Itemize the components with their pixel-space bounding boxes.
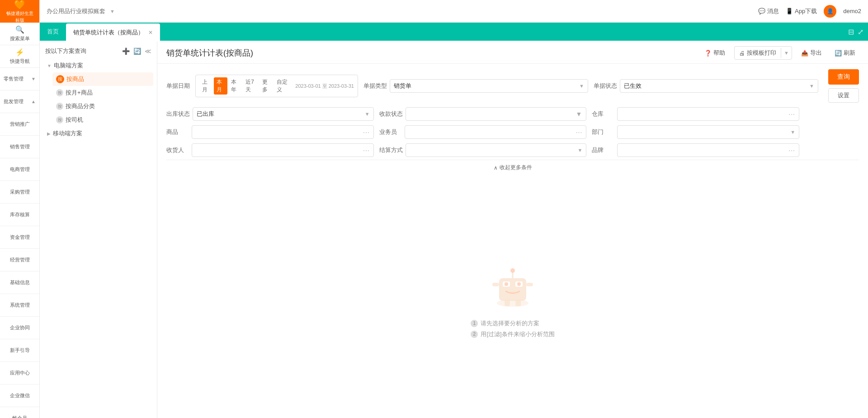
empty-tip-1: 1 请先选择要分析的方案 xyxy=(471,319,554,328)
app-logo[interactable]: 🧡 畅捷通好生意 标版 xyxy=(0,0,39,23)
empty-tips: 1 请先选择要分析的方案 2 用[过滤]条件来缩小分析范围 xyxy=(471,319,554,341)
empty-illustration xyxy=(486,258,540,312)
app-download-btn[interactable]: 📱 App下载 xyxy=(786,7,817,15)
svg-point-4 xyxy=(505,282,508,286)
logo-icon: 🧡 xyxy=(14,0,25,10)
avatar-icon: 👤 xyxy=(827,8,834,14)
tab-maximize-icon[interactable]: ⤢ xyxy=(858,28,863,36)
action-buttons: 查询 设置 xyxy=(824,69,859,103)
tab-sales-stat[interactable]: 销货单统计计表（按商品） ✕ xyxy=(66,24,160,42)
sidebar-item-marketing[interactable]: 营销推广 xyxy=(0,113,39,136)
brand-control[interactable]: ··· xyxy=(617,143,799,157)
dept-control[interactable]: ▼ xyxy=(617,125,799,139)
whstatus-label: 出库状态 xyxy=(166,110,190,118)
salesperson-label: 业务员 xyxy=(379,128,402,136)
doctype-control[interactable]: 销货单 ▼ xyxy=(390,79,588,93)
sidebar-item-base[interactable]: 基础信息 xyxy=(0,271,39,294)
sidebar-wechat-label: 企业微信 xyxy=(10,392,30,399)
home-tab-label: 首页 xyxy=(47,28,59,36)
tree-child-by-month-product[interactable]: 按 按月+商品 xyxy=(52,86,153,100)
date-range-text: 2023-03-01 至 2023-03-31 xyxy=(295,83,354,90)
tree-parent-mobile[interactable]: ▶ 移动端方案 xyxy=(43,127,153,140)
docstatus-control[interactable]: 已生效 ▼ xyxy=(620,79,818,93)
receiver-control[interactable]: ··· xyxy=(192,143,374,157)
by-month-product-label: 按月+商品 xyxy=(66,89,93,97)
date-tab-last-month[interactable]: 上月 xyxy=(199,77,213,95)
empty-tip-2: 2 用[过滤]条件来缩小分析范围 xyxy=(471,330,554,338)
brand-label: 品牌 xyxy=(592,146,614,154)
template-print-main[interactable]: 🖨 按模板打印 xyxy=(735,47,781,59)
sidebar-item-operation[interactable]: 经营管理 xyxy=(0,249,39,271)
warehouse-label: 仓库 xyxy=(592,110,614,118)
tab-close-icon[interactable]: ✕ xyxy=(148,29,153,36)
goods-control[interactable]: ··· xyxy=(192,125,374,139)
date-tab-this-year[interactable]: 本年 xyxy=(228,77,242,95)
tab-minimize-icon[interactable]: ⊟ xyxy=(848,28,854,36)
add-scheme-icon[interactable]: ➕ xyxy=(122,48,130,55)
sidebar-item-newuser[interactable]: 新手引导 xyxy=(0,339,39,362)
sidebar-ecommerce-label: 电商管理 xyxy=(10,166,30,172)
salesperson-control[interactable]: ··· xyxy=(405,125,587,139)
query-button[interactable]: 查询 xyxy=(828,69,859,85)
date-tab-custom[interactable]: 自定义 xyxy=(274,77,292,95)
tree-child-by-driver[interactable]: 按 按司机 xyxy=(52,113,153,127)
export-btn[interactable]: 📤 导出 xyxy=(797,47,826,59)
message-label: 消息 xyxy=(767,7,779,15)
sidebar-purchase-label: 采购管理 xyxy=(10,189,30,195)
sidebar-search-label: 搜索菜单 xyxy=(10,35,30,42)
tab-bar: 首页 销货单统计计表（按商品） ✕ ⊟ ⤢ xyxy=(40,23,868,41)
dropdown-icon[interactable]: ▼ xyxy=(110,9,115,14)
message-btn[interactable]: 💬 消息 xyxy=(758,7,779,15)
sidebar-item-sales[interactable]: 销售管理 xyxy=(0,136,39,158)
user-avatar[interactable]: 👤 xyxy=(824,5,836,18)
sidebar-item-retail[interactable]: 零售管理 ▼ xyxy=(0,68,39,90)
sidebar: 🧡 畅捷通好生意 标版 🔍 搜索菜单 ⚡ 快捷导航 零售管理 ▼ 批发管理 ▲ … xyxy=(0,0,40,418)
by-product-label: 按商品 xyxy=(66,75,84,83)
date-tab-this-month[interactable]: 本月 xyxy=(214,77,227,95)
svg-rect-1 xyxy=(499,278,526,301)
sidebar-item-search[interactable]: 🔍 搜索菜单 xyxy=(0,23,39,45)
sidebar-item-ecommerce[interactable]: 电商管理 xyxy=(0,158,39,181)
user-name[interactable]: demo2 xyxy=(843,8,861,14)
sidebar-item-purchase[interactable]: 采购管理 xyxy=(0,181,39,204)
left-panel: 按以下方案查询 ➕ 🔄 ≪ ▼ 电脑端方案 按 按商品 xyxy=(40,41,157,418)
sidebar-item-inventory[interactable]: 库存核算 xyxy=(0,204,39,226)
collapse-bar[interactable]: ∧ 收起更多条件 xyxy=(166,160,859,175)
sidebar-item-quicknav[interactable]: ⚡ 快捷导航 xyxy=(0,45,39,68)
sidebar-item-system[interactable]: 系统管理 xyxy=(0,294,39,317)
refresh-scheme-icon[interactable]: 🔄 xyxy=(133,48,141,55)
paystatus-control[interactable]: ▼ xyxy=(406,107,587,121)
svg-point-5 xyxy=(517,282,521,286)
top-nav-left: 办公用品行业模拟账套 ▼ xyxy=(47,7,115,15)
sidebar-item-wechat[interactable]: 企业微信 xyxy=(0,385,39,407)
sidebar-newuser-label: 新手引导 xyxy=(10,347,30,353)
sidebar-wholesale-label: 批发管理 xyxy=(4,98,24,104)
collapse-panel-icon[interactable]: ≪ xyxy=(145,48,151,55)
docstatus-value: 已生效 xyxy=(624,82,642,90)
tree-parent-desktop[interactable]: ▼ 电脑端方案 xyxy=(43,59,153,72)
template-print-arrow[interactable]: ▼ xyxy=(781,48,792,58)
template-print-btn[interactable]: 🖨 按模板打印 ▼ xyxy=(734,46,792,60)
date-control[interactable]: 上月 本月 本年 近7天 更多 自定义 2023-03-01 至 2023-03… xyxy=(195,75,358,97)
warehouse-control[interactable]: ··· xyxy=(617,107,799,121)
help-btn[interactable]: ❓ 帮助 xyxy=(701,47,729,59)
empty-state: 1 请先选择要分析的方案 2 用[过滤]条件来缩小分析范围 xyxy=(157,180,868,418)
sidebar-item-enterprise[interactable]: 企业协同 xyxy=(0,317,39,339)
tree-child-by-product[interactable]: 按 按商品 xyxy=(52,72,153,86)
tree-child-by-category[interactable]: 按 按商品分类 xyxy=(52,100,153,113)
sidebar-item-appcenter[interactable]: 应用中心 xyxy=(0,362,39,385)
sidebar-member-label: 畅会员 xyxy=(12,415,27,418)
settlement-control[interactable]: ▼ xyxy=(406,143,587,157)
date-tab-7days[interactable]: 近7天 xyxy=(243,77,259,95)
settings-button[interactable]: 设置 xyxy=(828,88,859,103)
whstatus-control[interactable]: 已出库 ▼ xyxy=(193,107,374,121)
tab-home[interactable]: 首页 xyxy=(40,23,66,41)
sidebar-item-wholesale[interactable]: 批发管理 ▲ xyxy=(0,90,39,113)
sidebar-item-finance[interactable]: 资金管理 xyxy=(0,226,39,249)
desktop-expand-icon: ▼ xyxy=(47,63,52,68)
receiver-label: 收货人 xyxy=(166,146,189,154)
sidebar-item-member[interactable]: 畅会员 xyxy=(0,407,39,418)
refresh-btn[interactable]: 🔄 刷新 xyxy=(831,47,859,59)
date-tab-more[interactable]: 更多 xyxy=(259,77,273,95)
collapse-label: 收起更多条件 xyxy=(500,164,532,171)
